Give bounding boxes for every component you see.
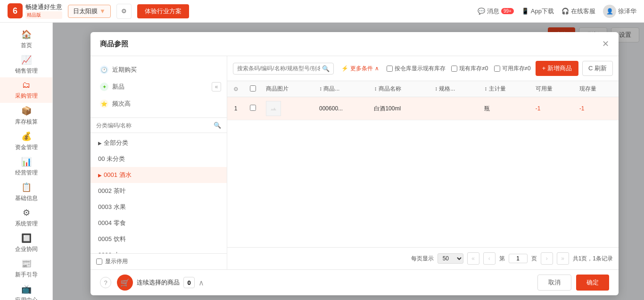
select-all-checkbox[interactable]	[250, 85, 256, 92]
product-search-icon[interactable]: 🔍	[322, 65, 330, 72]
confirm-button[interactable]: 确定	[576, 275, 609, 291]
row-checkbox[interactable]	[250, 105, 256, 111]
cancel-button[interactable]: 取消	[537, 275, 571, 291]
category-search-input[interactable]	[96, 122, 211, 129]
sidebar-item-finance[interactable]: 💰 资金管理	[0, 128, 52, 154]
app-download-button[interactable]: 📱 App下载	[521, 7, 554, 16]
filter-icon: ⚡	[341, 65, 348, 72]
sidebar-item-basics[interactable]: 📋 基础信息	[0, 179, 52, 205]
cart-area: 🛒 连续选择的商品 0 ∧	[117, 275, 204, 291]
col-product-name[interactable]: ↕ 商品名称	[369, 81, 430, 97]
last-page-button[interactable]: »	[557, 252, 569, 265]
checkbox-available-stock[interactable]	[494, 66, 500, 72]
product-reference-modal: 商品参照 ✕ 🕐 近期购买	[91, 32, 619, 295]
online-service-button[interactable]: 🎧 在线客服	[561, 7, 595, 16]
finance-icon: 💰	[21, 131, 32, 142]
table-header-row: ⚙ 商品图片 ↕ 商品... ↕ 商品名称	[227, 81, 619, 97]
sidebar-item-collab[interactable]: 🔲 企业协同	[0, 230, 52, 256]
category-list: ▶ 全部分类 00 未分类 ▶ 0001 酒水 0002 茶叶	[91, 133, 227, 253]
page-size-select[interactable]: 50 20 100	[438, 253, 463, 264]
freq-icon: ⭐	[100, 100, 108, 108]
col-product-code[interactable]: ↕ 商品...	[314, 81, 369, 97]
sales-icon: 📈	[21, 55, 32, 65]
col-unit[interactable]: ↕ 主计量	[479, 81, 531, 97]
sidebar-item-procurement[interactable]: 🗂 采购管理	[0, 77, 52, 103]
col-gear: ⚙	[227, 81, 244, 97]
next-page-button[interactable]: ›	[541, 252, 553, 265]
table-row[interactable]: 1	[227, 97, 619, 120]
sidebar-item-home[interactable]: 🏠 首页	[0, 26, 52, 52]
page-input[interactable]	[509, 254, 528, 263]
toolbar-right: + 新增商品 C 刷新	[536, 61, 613, 76]
collapse-arrow-icon[interactable]: ∧	[198, 278, 204, 287]
logo-icon: 6	[8, 3, 23, 18]
product-table: ⚙ 商品图片 ↕ 商品... ↕ 商品名称	[227, 81, 619, 120]
page-size-label: 每页显示	[411, 255, 434, 263]
row-spec	[430, 97, 479, 120]
sidebar-item-apps[interactable]: 📺 应用中心	[0, 281, 52, 300]
more-conditions-button[interactable]: ⚡ 更多条件 ∧	[339, 63, 382, 75]
checkbox-warehouse-label[interactable]: 按仓库显示现有库存	[387, 65, 446, 73]
filter-checkboxes: 按仓库显示现有库存 现有库存≠0 可用库存≠0	[387, 65, 531, 73]
logo-badge: 精品版	[25, 11, 62, 19]
user-avatar: 👤	[603, 5, 616, 18]
category-search-icon[interactable]: 🔍	[214, 122, 221, 129]
row-unit: 瓶	[479, 97, 531, 120]
checkbox-warehouse[interactable]	[387, 66, 393, 72]
inventory-icon: 📦	[21, 106, 32, 116]
sidebar-item-sales[interactable]: 📈 销售管理	[0, 52, 52, 77]
first-page-button[interactable]: «	[467, 252, 479, 265]
messages-button[interactable]: 💬 消息 99+	[478, 7, 514, 16]
checkbox-available-stock-label[interactable]: 可用库存≠0	[494, 65, 531, 73]
total-info: 共1页，1条记录	[573, 255, 613, 263]
svg-rect-0	[269, 104, 278, 113]
basics-icon: 📋	[21, 182, 32, 192]
modal-title: 商品参照	[100, 40, 128, 49]
cat-item-0002[interactable]: 0002 茶叶	[91, 183, 227, 199]
cat-item-all[interactable]: ▶ 全部分类	[91, 135, 227, 151]
col-product-image: 商品图片	[261, 81, 314, 97]
system-icon: ⚙	[23, 208, 30, 218]
sidebar-item-inventory[interactable]: 📦 库存核算	[0, 103, 52, 128]
right-toolbar: 🔍 ⚡ 更多条件 ∧ 按仓库显示现有库存	[227, 56, 619, 81]
col-checkbox	[244, 81, 261, 97]
settings-button[interactable]: ⚙	[116, 4, 132, 19]
sidebar-item-guide[interactable]: 📰 新手引导	[0, 256, 52, 281]
product-image	[266, 101, 281, 116]
refresh-button[interactable]: C 刷新	[582, 61, 613, 76]
product-search-input[interactable]	[237, 65, 320, 72]
cat-item-0004[interactable]: 0004 零食	[91, 215, 227, 231]
sidebar-item-operations[interactable]: 📊 经营管理	[0, 154, 52, 179]
sidebar-item-system[interactable]: ⚙ 系统管理	[0, 205, 52, 230]
user-area[interactable]: 👤 徐泽华	[603, 5, 636, 18]
cat-item-00[interactable]: 00 未分类	[91, 151, 227, 167]
cat-item-0008[interactable]: 0008 水	[91, 247, 227, 253]
tab-new-products[interactable]: ✦ 新品	[92, 79, 212, 95]
dropdown-arrow: ▼	[99, 8, 106, 15]
left-panel: 🕐 近期购买 ✦ 新品 ⭐ 频次高	[91, 56, 227, 269]
store-selector[interactable]: 日太阳膜 ▼	[68, 5, 111, 18]
col-spec[interactable]: ↕ 规格...	[430, 81, 479, 97]
recent-icon: 🕐	[100, 66, 108, 74]
main-layout: 🏠 首页 📈 销售管理 🗂 采购管理 📦 库存核算 💰 资金管理 📊 经营管理 …	[0, 23, 644, 300]
cat-item-0001[interactable]: ▶ 0001 酒水	[91, 167, 227, 183]
prev-page-button[interactable]: ‹	[483, 252, 495, 265]
tab-high-frequency[interactable]: ⭐ 频次高	[92, 96, 212, 112]
cart-icon: 🛒	[117, 275, 133, 291]
page-label: 第	[499, 255, 505, 263]
experience-button[interactable]: 体验行业方案	[137, 4, 189, 18]
show-disabled-checkbox[interactable]	[96, 258, 102, 265]
tab-recent-purchase[interactable]: 🕐 近期购买	[92, 62, 212, 78]
checkbox-current-stock-label[interactable]: 现有库存≠0	[451, 65, 488, 73]
show-disabled-label[interactable]: 显示停用	[105, 258, 128, 266]
cat-item-0003[interactable]: 0003 水果	[91, 199, 227, 215]
cat-item-0005[interactable]: 0005 饮料	[91, 231, 227, 247]
collapse-left-panel-button[interactable]: «	[212, 82, 221, 92]
add-product-button[interactable]: + 新增商品	[536, 61, 578, 76]
modal-close-button[interactable]: ✕	[602, 39, 609, 49]
top-nav: 6 畅捷通好生意 精品版 日太阳膜 ▼ ⚙ 体验行业方案 💬 消息 99+ 📱 …	[0, 0, 644, 23]
operations-icon: 📊	[21, 157, 32, 167]
help-button[interactable]: ?	[100, 277, 111, 288]
new-icon: ✦	[100, 83, 108, 91]
checkbox-current-stock[interactable]	[451, 66, 457, 72]
